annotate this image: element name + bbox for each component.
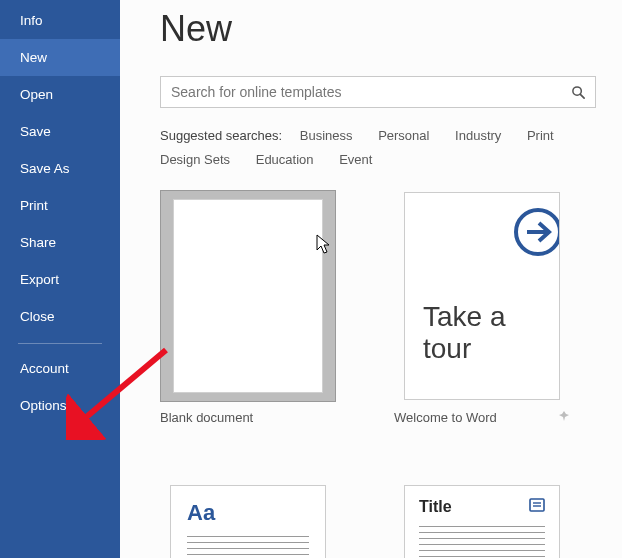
sidebar-item-label: Options	[20, 398, 67, 413]
single-spaced-preview: Aa	[170, 485, 326, 558]
template-thumbnail: Aa	[160, 485, 336, 558]
suggested-link-business[interactable]: Business	[300, 124, 353, 148]
tour-preview: Take a tour	[404, 192, 560, 400]
suggested-link-personal[interactable]: Personal	[378, 124, 429, 148]
backstage-sidebar: Info New Open Save Save As Print Share E…	[0, 0, 120, 558]
template-label: Blank document	[160, 410, 253, 425]
pin-icon[interactable]	[558, 410, 570, 425]
template-label: Welcome to Word	[394, 410, 497, 425]
suggested-link-education[interactable]: Education	[256, 148, 314, 172]
sidebar-item-label: Open	[20, 87, 53, 102]
suggested-searches: Suggested searches: Business Personal In…	[160, 124, 600, 172]
sidebar-item-save-as[interactable]: Save As	[0, 150, 120, 187]
template-thumbnail: Take a tour	[394, 190, 570, 402]
template-gallery: Blank document Take a tour	[160, 190, 620, 558]
search-input[interactable]	[161, 84, 561, 100]
suggested-link-print[interactable]: Print	[527, 124, 554, 148]
sidebar-item-label: Export	[20, 272, 59, 287]
sidebar-item-save[interactable]: Save	[0, 113, 120, 150]
sidebar-item-label: Save	[20, 124, 51, 139]
suggested-label: Suggested searches:	[160, 128, 282, 143]
template-title[interactable]: Title	[394, 485, 570, 558]
tour-headline: Take a tour	[423, 301, 559, 365]
sidebar-divider	[18, 343, 102, 344]
svg-line-1	[580, 94, 584, 98]
page-title: New	[160, 8, 622, 50]
template-blank-document[interactable]: Blank document	[160, 190, 336, 425]
template-thumbnail	[160, 190, 336, 402]
sidebar-item-close[interactable]: Close	[0, 298, 120, 335]
svg-rect-4	[530, 499, 544, 511]
sidebar-item-open[interactable]: Open	[0, 76, 120, 113]
suggested-link-industry[interactable]: Industry	[455, 124, 501, 148]
sidebar-item-label: Save As	[20, 161, 70, 176]
main-panel: New Suggested searches: Business Persona…	[120, 0, 622, 558]
aa-sample-text: Aa	[187, 500, 309, 526]
suggested-link-event[interactable]: Event	[339, 148, 372, 172]
search-button[interactable]	[561, 77, 595, 107]
template-search	[160, 76, 596, 108]
sidebar-item-label: New	[20, 50, 47, 65]
template-thumbnail: Title	[394, 485, 570, 558]
sidebar-item-new[interactable]: New	[0, 39, 120, 76]
sidebar-item-label: Close	[20, 309, 55, 324]
sidebar-item-options[interactable]: Options	[0, 387, 120, 424]
sidebar-item-share[interactable]: Share	[0, 224, 120, 261]
sidebar-item-export[interactable]: Export	[0, 261, 120, 298]
sidebar-item-info[interactable]: Info	[0, 2, 120, 39]
sidebar-item-label: Print	[20, 198, 48, 213]
text-lines-icon	[187, 536, 309, 558]
document-icon	[529, 498, 545, 516]
blank-page-preview	[173, 199, 323, 393]
template-welcome-to-word[interactable]: Take a tour Welcome to Word	[394, 190, 570, 425]
title-heading: Title	[419, 498, 452, 516]
arrow-right-circle-icon	[511, 205, 560, 259]
search-icon	[571, 85, 586, 100]
suggested-link-design-sets[interactable]: Design Sets	[160, 148, 230, 172]
sidebar-item-label: Share	[20, 235, 56, 250]
sidebar-item-label: Info	[20, 13, 43, 28]
template-single-spaced[interactable]: Aa	[160, 485, 336, 558]
text-lines-icon	[419, 526, 545, 558]
sidebar-item-account[interactable]: Account	[0, 350, 120, 387]
title-preview: Title	[404, 485, 560, 558]
sidebar-item-print[interactable]: Print	[0, 187, 120, 224]
sidebar-item-label: Account	[20, 361, 69, 376]
